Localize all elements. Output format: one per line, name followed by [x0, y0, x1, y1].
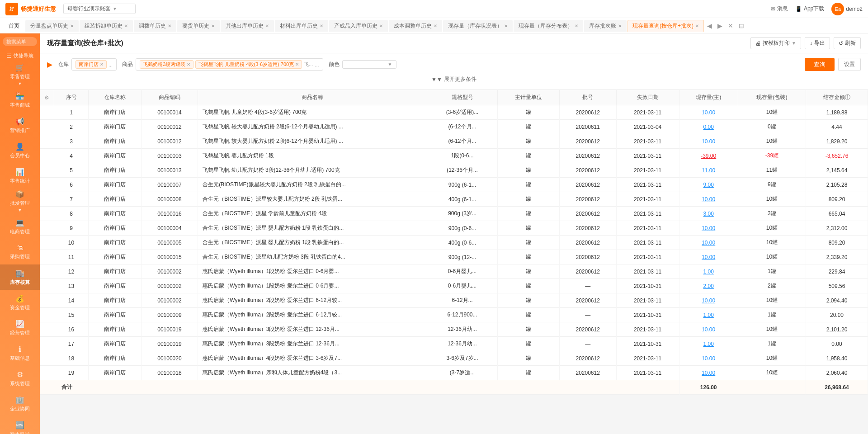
- cell-warehouse: 南岸门店: [89, 337, 142, 351]
- sidebar-item-ecommerce[interactable]: 💻 电商管理: [0, 214, 40, 239]
- export-btn[interactable]: ↓ 导出: [805, 37, 830, 49]
- cell-stock-main[interactable]: 10.00: [679, 250, 738, 264]
- cell-batch-no: —: [559, 308, 616, 322]
- tab-close-transfer[interactable]: ✕: [168, 24, 171, 28]
- sidebar-item-member-center[interactable]: 👤 会员中心: [0, 138, 40, 163]
- tab-split-inventory[interactable]: 分量盘点单历史 ✕: [25, 20, 79, 32]
- cell-stock-main[interactable]: 10.00: [679, 192, 738, 207]
- set-button[interactable]: 设置: [838, 58, 861, 71]
- cell-spec-type: 900g (12-...: [427, 250, 498, 264]
- tab-close-material-out[interactable]: ✕: [320, 24, 323, 28]
- tab-close-require[interactable]: ✕: [211, 24, 215, 28]
- sidebar-item-marketing[interactable]: 📢 营销推广: [0, 113, 40, 138]
- tab-other-out[interactable]: 其他出库单历史 ✕: [221, 20, 274, 32]
- tab-disassembly[interactable]: 组装拆卸单历史 ✕: [80, 20, 133, 32]
- table-scroll[interactable]: ⚙ 序号 仓库名称 商品编码 商品名称 规格型号 主计量单位 批号 失效日期 现…: [40, 90, 868, 434]
- quick-nav-btn[interactable]: ☰ 快捷导航: [0, 50, 40, 62]
- sidebar-item-inventory[interactable]: 🏬 库存核算: [0, 264, 40, 290]
- tab-prev-btn[interactable]: ◀: [705, 21, 714, 30]
- col-product-name: 商品名称: [198, 90, 427, 105]
- tab-menu-btn[interactable]: ⊟: [736, 21, 746, 30]
- warehouse-tag-close[interactable]: ✕: [100, 62, 104, 67]
- tab-transfer[interactable]: 调拨单历史 ✕: [134, 20, 176, 32]
- summary-settings: [40, 380, 54, 395]
- sidebar-item-purchase-mgmt[interactable]: 🛍 采购管理: [0, 239, 40, 264]
- cell-stock-main[interactable]: 10.00: [679, 105, 738, 120]
- sidebar-item-wholesale-mgmt[interactable]: 📦 批发管理 ▼: [0, 189, 40, 214]
- table-row: 7 南岸门店 00100008 合生元（BIOSTIME）派星较大婴儿配方奶粉 …: [40, 192, 868, 207]
- cell-warehouse: 南岸门店: [89, 236, 142, 250]
- cell-stock-main[interactable]: 10.00: [679, 236, 738, 250]
- user-avatar[interactable]: Ea demo2: [831, 3, 863, 15]
- cell-stock-main[interactable]: 10.00: [679, 134, 738, 149]
- sidebar-item-finance[interactable]: 💰 资金管理: [0, 290, 40, 315]
- tab-home[interactable]: 首页: [4, 20, 24, 32]
- sidebar-item-operations[interactable]: 📈 经营管理: [0, 315, 40, 340]
- tab-close-batch[interactable]: ✕: [618, 24, 622, 28]
- message-btn[interactable]: ✉ 消息: [771, 5, 788, 13]
- sidebar-item-enterprise[interactable]: 🏢 企业协同: [0, 391, 40, 416]
- cell-stock-main[interactable]: 1.00: [679, 264, 738, 279]
- query-button[interactable]: 查询: [805, 58, 835, 71]
- cell-batch-no: 20200612: [559, 192, 616, 207]
- tab-close-other-out[interactable]: ✕: [265, 24, 269, 28]
- sidebar-item-basic-info[interactable]: ℹ 基础信息: [0, 340, 40, 366]
- app-download-btn[interactable]: 📱 App下载: [795, 5, 824, 13]
- tab-close-cost-adjust[interactable]: ✕: [434, 24, 437, 28]
- cell-stock-main[interactable]: 1.00: [679, 308, 738, 322]
- refresh-btn[interactable]: ↺ 刷新: [834, 37, 861, 49]
- cell-stock-main[interactable]: 10.00: [679, 351, 738, 366]
- product-tag-2-close[interactable]: ✕: [295, 62, 299, 67]
- cell-stock-main[interactable]: 3.00: [679, 207, 738, 221]
- product-tag-1-close[interactable]: ✕: [187, 62, 190, 67]
- retail-shop-icon: 🏪: [15, 92, 24, 100]
- product-input[interactable]: 飞鹤奶粉3段两罐装 ✕ 飞鹤星飞帆 儿童奶粉 4段(3-6岁适用) 700克 ✕…: [136, 58, 323, 71]
- sidebar-item-new-guide[interactable]: 🆕 新手引导: [0, 416, 40, 434]
- tab-close-stock-dist[interactable]: ✕: [575, 24, 578, 28]
- col-warehouse: 仓库名称: [89, 90, 142, 105]
- tab-current-stock[interactable]: 现存量查询(按仓库+批次) ✕: [627, 20, 704, 32]
- cell-stock-main[interactable]: 10.00: [679, 293, 738, 308]
- org-selector[interactable]: 母婴行业演示账套 ▼: [63, 4, 136, 14]
- cell-stock-main[interactable]: 10.00: [679, 366, 738, 380]
- sidebar-item-retail-mgmt[interactable]: 🛒 零售管理 ▼: [0, 62, 40, 87]
- tab-close-split[interactable]: ✕: [70, 24, 74, 28]
- sidebar-item-retail-stats[interactable]: 📊 零售统计: [0, 163, 40, 189]
- cell-stock-main[interactable]: 10.00: [679, 322, 738, 337]
- warehouse-input[interactable]: 南岸门店 ✕ ...: [71, 58, 117, 71]
- expand-conditions-btn[interactable]: ▼▼ 展开更多条件: [429, 74, 478, 85]
- tab-close-product-in[interactable]: ✕: [379, 24, 383, 28]
- tab-close-stock-status[interactable]: ✕: [504, 24, 508, 28]
- cell-stock-main[interactable]: 11.00: [679, 163, 738, 178]
- sidebar-item-system-mgmt[interactable]: ⚙ 系统管理: [0, 366, 40, 391]
- print-btn[interactable]: 🖨 按模板打印 ▼: [750, 37, 801, 49]
- color-input[interactable]: ▼: [342, 60, 396, 69]
- cell-stock-main[interactable]: 1.00: [679, 337, 738, 351]
- cell-batch-no: 20200612: [559, 351, 616, 366]
- cell-settings: [40, 192, 54, 207]
- tab-close-all-btn[interactable]: ✕: [726, 21, 736, 30]
- tab-stock-status[interactable]: 现存量（库存状况表） ✕: [443, 20, 513, 32]
- cell-stock-main[interactable]: 10.00: [679, 221, 738, 236]
- tab-batch-voucher[interactable]: 库存批次账 ✕: [584, 20, 627, 32]
- tab-require[interactable]: 要货单历史 ✕: [177, 20, 220, 32]
- tab-close-disassembly[interactable]: ✕: [124, 24, 128, 28]
- sidebar-item-retail-shop[interactable]: 🏪 零售商城: [0, 87, 40, 113]
- cell-stock-main[interactable]: 2.00: [679, 279, 738, 293]
- cell-settings: [40, 236, 54, 250]
- tab-next-btn[interactable]: ▶: [715, 21, 725, 30]
- tab-close-current[interactable]: ✕: [695, 24, 699, 28]
- search-input[interactable]: [3, 37, 37, 46]
- table-row: 13 南岸门店 00100002 惠氏启蒙（Wyeth illuma）1段奶粉 …: [40, 279, 868, 293]
- expand-toggle-icon[interactable]: ▶: [47, 60, 52, 69]
- cell-stock-main[interactable]: 9.00: [679, 178, 738, 192]
- tab-stock-dist[interactable]: 现存量（库存分布表） ✕: [514, 20, 583, 32]
- cell-stock-main[interactable]: -39.00: [679, 149, 738, 163]
- cell-stock-main[interactable]: 0.00: [679, 120, 738, 134]
- cell-no: 1: [54, 105, 89, 120]
- tab-cost-adjust[interactable]: 成本调整单历史 ✕: [389, 20, 442, 32]
- cell-balance: 1,829.20: [806, 134, 868, 149]
- tab-material-out[interactable]: 材料出库单历史 ✕: [275, 20, 328, 32]
- col-settings[interactable]: ⚙: [40, 90, 54, 105]
- tab-product-in[interactable]: 产成品入库单历史 ✕: [329, 20, 388, 32]
